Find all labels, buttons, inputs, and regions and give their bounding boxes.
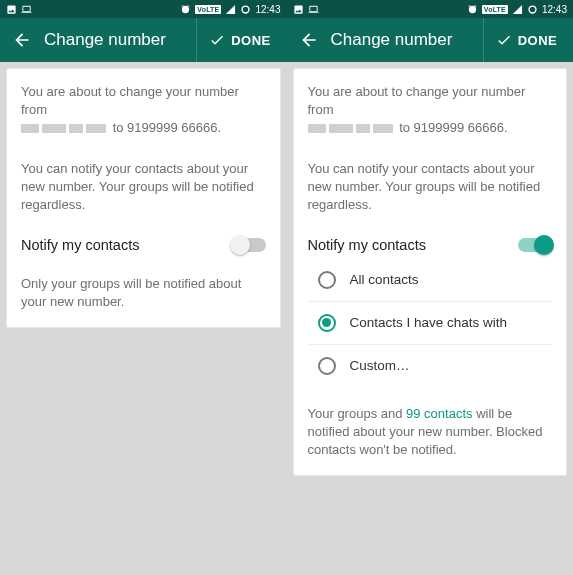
alarm-icon [180,4,191,15]
alarm-icon [467,4,478,15]
contact-count: 99 contacts [406,406,473,421]
notify-label: Notify my contacts [308,237,519,253]
app-bar: Change number DONE [0,18,287,62]
footer-note: Only your groups will be notified about … [21,275,266,311]
change-number-card: You are about to change your number from… [293,68,568,476]
notify-options: All contacts Contacts I have chats with … [308,259,553,387]
option-chats-contacts[interactable]: Contacts I have chats with [308,302,553,345]
screen-right: VoLTE 12:43 Change number DONE You are a… [287,0,574,575]
radio-icon [318,314,336,332]
notify-toggle[interactable] [518,238,552,252]
screen-left: VoLTE 12:43 Change number DONE You are a… [0,0,287,575]
image-icon [293,4,304,15]
notify-toggle-row[interactable]: Notify my contacts [308,237,553,253]
old-number-blurred [21,120,109,138]
notify-info: You can notify your contacts about your … [21,160,266,215]
back-button[interactable] [291,22,327,58]
check-icon [209,32,225,48]
clock-time: 12:43 [255,4,280,15]
radio-icon [318,357,336,375]
footer-note: Your groups and 99 contacts will be noti… [308,405,553,460]
intro-text: You are about to change your number from… [21,83,266,138]
laptop-icon [308,4,319,15]
change-number-card: You are about to change your number from… [6,68,281,328]
option-all-contacts[interactable]: All contacts [308,259,553,302]
option-custom[interactable]: Custom… [308,345,553,387]
status-bar: VoLTE 12:43 [0,0,287,18]
notify-toggle-row[interactable]: Notify my contacts [21,237,266,253]
app-bar: Change number DONE [287,18,574,62]
circle-icon [527,4,538,15]
notify-info: You can notify your contacts about your … [308,160,553,215]
circle-icon [240,4,251,15]
arrow-back-icon [12,30,32,50]
intro-text: You are about to change your number from… [308,83,553,138]
signal-icon [512,4,523,15]
signal-icon [225,4,236,15]
arrow-back-icon [299,30,319,50]
image-icon [6,4,17,15]
clock-time: 12:43 [542,4,567,15]
volte-badge: VoLTE [482,5,508,14]
back-button[interactable] [4,22,40,58]
old-number-blurred [308,120,396,138]
content-area: You are about to change your number from… [0,62,287,334]
done-label: DONE [518,33,557,48]
notify-toggle[interactable] [232,238,266,252]
status-bar: VoLTE 12:43 [287,0,574,18]
done-button[interactable]: DONE [483,18,569,62]
done-button[interactable]: DONE [196,18,282,62]
page-title: Change number [44,30,166,50]
laptop-icon [21,4,32,15]
volte-badge: VoLTE [195,5,221,14]
radio-icon [318,271,336,289]
notify-label: Notify my contacts [21,237,232,253]
check-icon [496,32,512,48]
done-label: DONE [231,33,270,48]
page-title: Change number [331,30,453,50]
content-area: You are about to change your number from… [287,62,574,482]
